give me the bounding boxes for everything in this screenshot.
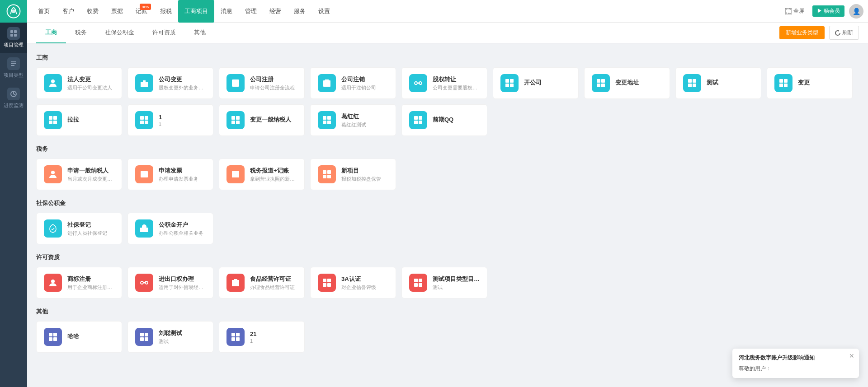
svg-rect-68 bbox=[414, 279, 418, 282]
svg-point-8 bbox=[51, 79, 55, 83]
card-gongsi-biangeng[interactable]: 公司变更 股权变更外的业务变更 bbox=[127, 67, 213, 99]
card-gongsi-zhuce[interactable]: 公司注册 申请公司注册全流程 bbox=[219, 67, 305, 99]
card-shangbiao[interactable]: 商标注册 用于企业商标注册服务 bbox=[36, 267, 122, 298]
add-type-button[interactable]: 新增业务类型 bbox=[779, 26, 825, 39]
nav-bookkeeping[interactable]: 记账 new bbox=[129, 0, 154, 23]
card-name: 前期QQ bbox=[433, 116, 480, 124]
card-desc: 股权变更外的业务变更 bbox=[159, 84, 206, 91]
card-name: 公积金开户 bbox=[159, 221, 206, 229]
nav-billing[interactable]: 收费 bbox=[80, 0, 105, 23]
svg-point-61 bbox=[141, 281, 143, 284]
card-name: 变更地址 bbox=[615, 79, 662, 87]
sidebar-item-progress[interactable]: 进度监测 bbox=[0, 83, 27, 113]
card-icon-gongsi bbox=[135, 74, 153, 92]
card-xin-xiangmu[interactable]: 新项目 报税加税控盘保管 bbox=[310, 159, 396, 190]
card-shuiwu-jizh[interactable]: 税务报道+记账 拿到营业执照的新公司 bbox=[219, 159, 305, 190]
svg-point-60 bbox=[51, 280, 55, 283]
svg-rect-31 bbox=[49, 116, 52, 120]
nav-ticket[interactable]: 票据 bbox=[105, 0, 129, 23]
card-icon-jinchukouquan bbox=[135, 274, 153, 292]
card-desc: 测试 bbox=[433, 284, 480, 291]
card-shenqing-fapiao[interactable]: 申请发票 办理申请发票业务 bbox=[127, 159, 213, 190]
card-name: 21 bbox=[250, 331, 297, 337]
card-faren-biangeng[interactable]: 法人变更 适用于公司变更法人 bbox=[36, 67, 122, 99]
sidebar-item-project-type[interactable]: 项目类型 bbox=[0, 53, 27, 83]
refresh-button[interactable]: 刷新 bbox=[829, 26, 859, 40]
card-lala[interactable]: 拉拉 bbox=[36, 104, 122, 136]
nav-industrial[interactable]: 工商项目 bbox=[178, 0, 214, 23]
tab-qita[interactable]: 其他 bbox=[185, 23, 215, 43]
card-1-1[interactable]: 1 1 bbox=[127, 104, 213, 136]
card-guquan-zhuanrang[interactable]: 股权转让 公司变更需要股权转让 bbox=[401, 67, 487, 99]
card-qianqi-qq[interactable]: 前期QQ bbox=[401, 104, 487, 136]
card-name: 商标注册 bbox=[67, 275, 114, 283]
svg-rect-29 bbox=[779, 84, 783, 87]
tab-xuke[interactable]: 许可资质 bbox=[143, 23, 185, 43]
nav-settings[interactable]: 设置 bbox=[312, 0, 336, 23]
card-haha[interactable]: 哈哈 bbox=[36, 321, 122, 353]
card-liucong-ceshi[interactable]: 刘聪测试 测试 bbox=[127, 321, 213, 353]
tab-gongshang[interactable]: 工商 bbox=[36, 23, 66, 43]
subnav-actions: 新增业务类型 刷新 bbox=[779, 26, 859, 40]
card-kai-gongsi[interactable]: 开公司 bbox=[493, 67, 579, 99]
avatar[interactable]: 👤 bbox=[849, 4, 863, 19]
card-name: 法人变更 bbox=[67, 75, 114, 84]
card-shenqing-nashui[interactable]: 申请一般纳税人 当月或次月成变更完成 bbox=[36, 159, 122, 190]
svg-point-1 bbox=[12, 9, 15, 13]
svg-rect-32 bbox=[53, 116, 57, 120]
card-shebao-dengji[interactable]: 社保登记 进行人员社保登记 bbox=[36, 213, 122, 244]
svg-rect-73 bbox=[53, 333, 57, 336]
nav-service[interactable]: 服务 bbox=[288, 0, 312, 23]
card-gongjijin-kaihu[interactable]: 公积金开户 办理公积金相关业务 bbox=[127, 213, 213, 244]
card-biangeng2[interactable]: 变更 bbox=[767, 67, 853, 99]
card-biangeng-nashui[interactable]: 变更一般纳税人 bbox=[219, 104, 305, 136]
nav-tax[interactable]: 报税 bbox=[154, 0, 178, 23]
nav-message[interactable]: 消息 bbox=[214, 0, 239, 23]
member-label: ▶ bbox=[817, 8, 824, 14]
svg-rect-74 bbox=[49, 337, 52, 341]
card-desc: 进行人员社保登记 bbox=[67, 230, 114, 237]
card-21[interactable]: 21 1 bbox=[219, 321, 305, 353]
svg-rect-35 bbox=[140, 116, 144, 120]
card-icon-shenqing bbox=[44, 165, 62, 183]
tab-shebao[interactable]: 社保公积金 bbox=[96, 23, 143, 43]
card-name: 税务报道+记账 bbox=[250, 167, 297, 175]
card-icon-qianqi bbox=[409, 111, 427, 129]
project-mgmt-icon bbox=[7, 27, 20, 40]
card-ceshi-leixing[interactable]: 测试项目类型目定义 测试 bbox=[401, 267, 487, 298]
fullscreen-btn[interactable]: 全屏 bbox=[782, 5, 808, 17]
card-icon-21 bbox=[226, 328, 245, 346]
card-gongsi-zhuxiao[interactable]: 公司注销 适用于注销公司 bbox=[310, 67, 396, 99]
member-btn[interactable]: ▶ 畅会员 bbox=[812, 5, 844, 17]
svg-rect-81 bbox=[236, 333, 240, 336]
nav-client[interactable]: 客户 bbox=[56, 0, 80, 23]
svg-rect-55 bbox=[327, 170, 331, 174]
svg-rect-28 bbox=[784, 79, 788, 83]
svg-rect-45 bbox=[323, 121, 326, 124]
card-icon-xin-xiangmu bbox=[318, 165, 336, 183]
tab-shuiwu[interactable]: 税务 bbox=[66, 23, 96, 43]
card-ceshi[interactable]: 测试 bbox=[675, 67, 761, 99]
card-biangeng-dizhi[interactable]: 变更地址 bbox=[584, 67, 670, 99]
nav-home[interactable]: 首页 bbox=[32, 0, 56, 23]
nav-operation[interactable]: 经营 bbox=[263, 0, 288, 23]
card-3a-renzheng[interactable]: 3A认证 对企业信誉评级 bbox=[310, 267, 396, 298]
cards-grid-xuke: 商标注册 用于企业商标注册服务 进出口权办理 适用于对外贸易经营者 bbox=[36, 267, 859, 298]
card-name: 开公司 bbox=[524, 79, 571, 87]
svg-rect-21 bbox=[597, 84, 600, 87]
card-name: 公司变更 bbox=[159, 75, 206, 84]
card-shipin-xuke[interactable]: 食品经营许可证 办理食品经营许可证 bbox=[219, 267, 305, 298]
card-gehonghong[interactable]: 葛红红 葛红红测试 bbox=[310, 104, 396, 136]
svg-rect-78 bbox=[140, 337, 144, 341]
sidebar-item-project-mgmt[interactable]: 项目管理 bbox=[0, 23, 27, 53]
card-icon-haha bbox=[44, 328, 62, 346]
card-jinchukouquan[interactable]: 进出口权办理 适用于对外贸易经营者 bbox=[127, 267, 213, 298]
notification-close-btn[interactable]: ✕ bbox=[849, 352, 854, 359]
card-desc: 用于企业商标注册服务 bbox=[67, 284, 114, 291]
svg-rect-46 bbox=[327, 121, 331, 124]
nav-manage[interactable]: 管理 bbox=[239, 0, 263, 23]
card-name: 刘聪测试 bbox=[159, 329, 206, 337]
logo[interactable] bbox=[0, 0, 27, 23]
card-name: 哈哈 bbox=[67, 332, 114, 340]
new-badge: new bbox=[140, 4, 151, 10]
